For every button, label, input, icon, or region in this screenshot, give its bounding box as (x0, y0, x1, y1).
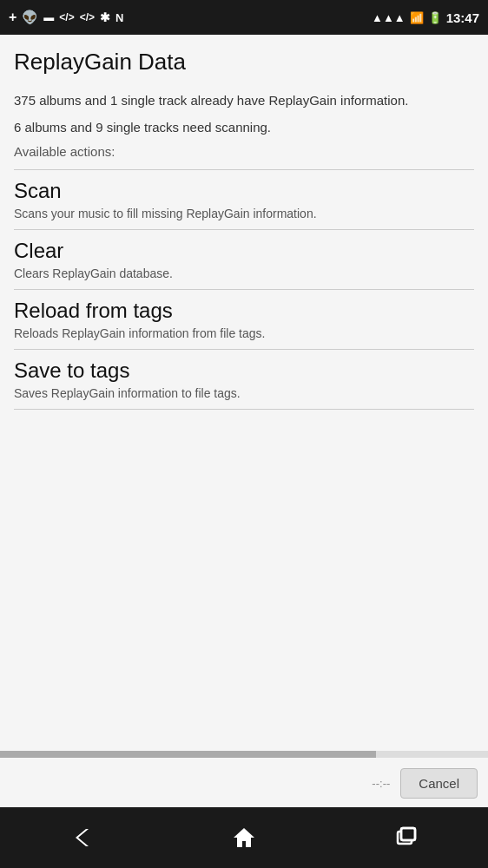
clear-title: Clear (14, 239, 474, 263)
back-button[interactable] (56, 812, 108, 864)
recent-apps-icon (394, 825, 419, 850)
save-desc: Saves ReplayGain information to file tag… (14, 386, 474, 400)
save-title: Save to tags (14, 358, 474, 383)
divider-4 (14, 409, 474, 410)
main-content: ReplayGain Data 375 albums and 1 single … (0, 35, 488, 751)
progress-bar-container (0, 751, 488, 758)
cancel-button[interactable]: Cancel (400, 768, 478, 799)
scan-desc: Scans your music to fill missing ReplayG… (14, 207, 474, 220)
time-display-bottom: --:-- (372, 777, 390, 790)
home-button[interactable] (218, 812, 270, 864)
recent-apps-button[interactable] (380, 812, 432, 864)
status-bar: + 👽 ▬ </> </> ✱ N ▲▲▲ 📶 🔋 13:47 (0, 0, 488, 35)
page-title: ReplayGain Data (14, 49, 474, 76)
add-icon: + (9, 10, 16, 25)
battery-full-icon: 🔋 (428, 11, 442, 24)
svg-rect-3 (401, 828, 415, 840)
home-icon (232, 825, 256, 850)
bluetooth-icon: ✱ (100, 10, 110, 24)
progress-bar-fill (0, 751, 376, 758)
alien-icon: 👽 (22, 10, 38, 25)
clear-desc: Clears ReplayGain database. (14, 266, 474, 280)
svg-marker-0 (76, 829, 89, 846)
bottom-controls: --:-- Cancel (0, 763, 488, 807)
code2-icon: </> (80, 11, 95, 23)
battery-icon: ▬ (43, 11, 54, 23)
time-display: 13:47 (446, 10, 479, 25)
available-actions-label: Available actions: (14, 144, 474, 159)
svg-marker-1 (234, 828, 254, 847)
info-line-1: 375 albums and 1 single track already ha… (14, 91, 474, 111)
action-clear[interactable]: Clear Clears ReplayGain database. (14, 230, 474, 289)
reload-title: Reload from tags (14, 299, 474, 323)
action-save-to-tags[interactable]: Save to tags Saves ReplayGain informatio… (14, 350, 474, 409)
status-bar-left: + 👽 ▬ </> </> ✱ N (9, 10, 123, 25)
scan-title: Scan (14, 179, 474, 203)
reload-desc: Reloads ReplayGain information from file… (14, 326, 474, 340)
nfc-icon: N (115, 11, 123, 24)
wifi-icon: 📶 (410, 11, 424, 24)
info-line-2: 6 albums and 9 single tracks need scanni… (14, 118, 474, 138)
nav-bar (0, 807, 488, 868)
action-reload-from-tags[interactable]: Reload from tags Reloads ReplayGain info… (14, 290, 474, 349)
status-bar-right: ▲▲▲ 📶 🔋 13:47 (372, 10, 479, 25)
action-scan[interactable]: Scan Scans your music to fill missing Re… (14, 170, 474, 229)
code-icon: </> (59, 11, 74, 23)
back-icon (69, 825, 94, 850)
bottom-area: --:-- Cancel (0, 751, 488, 807)
signal-icon: ▲▲▲ (372, 11, 406, 24)
